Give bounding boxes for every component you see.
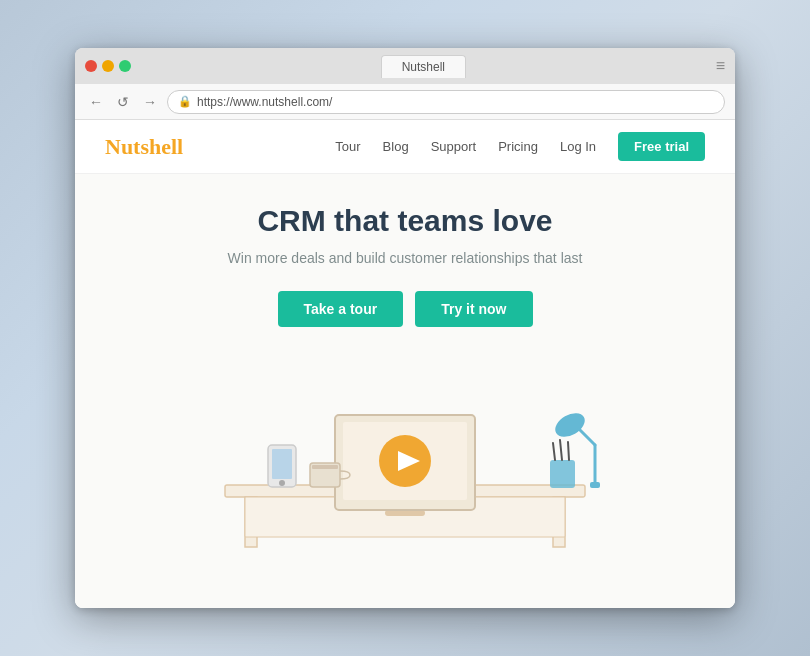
tab-title: Nutshell <box>402 60 445 74</box>
url-text: https://www.nutshell.com/ <box>197 95 332 109</box>
close-button[interactable] <box>85 60 97 72</box>
forward-button[interactable]: → <box>139 92 161 112</box>
site-logo: Nutshell <box>105 134 183 160</box>
nav-pricing[interactable]: Pricing <box>498 139 538 154</box>
svg-rect-14 <box>590 482 600 488</box>
svg-line-16 <box>553 443 555 460</box>
svg-rect-15 <box>550 460 575 488</box>
site-nav-links: Tour Blog Support Pricing Log In Free tr… <box>335 132 705 161</box>
svg-line-12 <box>580 430 595 445</box>
try-now-button[interactable]: Try it now <box>415 291 532 327</box>
nav-login[interactable]: Log In <box>560 139 596 154</box>
nav-bar: ← ↺ → 🔒 https://www.nutshell.com/ <box>75 84 735 120</box>
free-trial-button[interactable]: Free trial <box>618 132 705 161</box>
hero-section: CRM that teams love Win more deals and b… <box>75 174 735 608</box>
svg-line-18 <box>568 442 569 460</box>
take-tour-button[interactable]: Take a tour <box>278 291 404 327</box>
nav-support[interactable]: Support <box>431 139 477 154</box>
hero-subtitle: Win more deals and build customer relati… <box>228 248 583 269</box>
hero-title: CRM that teams love <box>257 204 552 238</box>
lock-icon: 🔒 <box>178 95 192 108</box>
address-bar[interactable]: 🔒 https://www.nutshell.com/ <box>167 90 725 114</box>
site-nav: Nutshell Tour Blog Support Pricing Log I… <box>75 120 735 174</box>
refresh-button[interactable]: ↺ <box>113 92 133 112</box>
website-content: Nutshell Tour Blog Support Pricing Log I… <box>75 120 735 608</box>
browser-tab[interactable]: Nutshell <box>381 55 466 78</box>
hero-buttons: Take a tour Try it now <box>278 291 533 327</box>
nav-blog[interactable]: Blog <box>383 139 409 154</box>
svg-point-13 <box>551 408 589 441</box>
tab-bar: Nutshell <box>137 55 710 78</box>
svg-rect-23 <box>312 465 338 469</box>
svg-line-17 <box>560 440 562 460</box>
minimize-button[interactable] <box>102 60 114 72</box>
traffic-lights <box>85 60 131 72</box>
maximize-button[interactable] <box>119 60 131 72</box>
browser-menu-icon[interactable]: ≡ <box>716 57 725 75</box>
title-bar: Nutshell ≡ <box>75 48 735 84</box>
svg-rect-20 <box>272 449 292 479</box>
svg-point-21 <box>279 480 285 486</box>
back-button[interactable]: ← <box>85 92 107 112</box>
browser-window: Nutshell ≡ ← ↺ → 🔒 https://www.nutshell.… <box>75 48 735 608</box>
desk-illustration <box>165 355 645 555</box>
nav-tour[interactable]: Tour <box>335 139 360 154</box>
